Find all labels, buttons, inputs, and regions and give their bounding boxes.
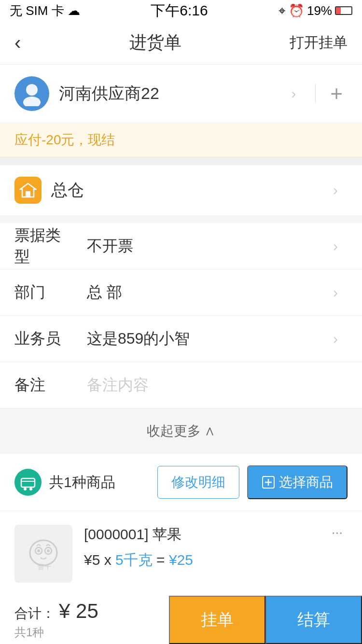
svg-point-6 xyxy=(24,488,27,490)
svg-point-14 xyxy=(37,549,40,552)
invoice-label: 票据类型 xyxy=(14,225,72,267)
invoice-value: 不开票 xyxy=(72,236,333,257)
svg-point-1 xyxy=(23,97,41,106)
department-row[interactable]: 部门 总 部 › xyxy=(0,269,362,316)
total-section: 合计： ¥ 25 共1种 xyxy=(0,600,169,640)
select-product-icon xyxy=(262,476,275,489)
collapse-row[interactable]: 收起更多 ∧ xyxy=(0,408,362,454)
salesman-row[interactable]: 业务员 这是859的小智 › xyxy=(0,316,362,362)
salesman-label: 业务员 xyxy=(14,328,72,350)
remark-input[interactable]: 备注内容 xyxy=(72,375,348,396)
product-info: [0000001] 苹果 ¥5 x 5千克 = ¥25 xyxy=(84,525,327,570)
status-right: ⌖ ⏰ 19% xyxy=(278,3,352,18)
svg-point-0 xyxy=(26,84,38,96)
product-name: [0000001] 苹果 xyxy=(84,525,327,545)
product-thumbnail: 督十 xyxy=(14,525,72,583)
svg-point-15 xyxy=(47,549,50,552)
cart-icon xyxy=(19,474,37,491)
remark-label: 备注 xyxy=(14,375,72,396)
payment-notice: 应付-20元，现结 xyxy=(0,123,362,157)
products-header: 共1种商品 修改明细 选择商品 xyxy=(0,454,362,511)
status-left: 无 SIM 卡 ☁ xyxy=(10,2,80,19)
svg-rect-4 xyxy=(21,478,35,487)
open-hang-button[interactable]: 打开挂单 xyxy=(290,33,348,53)
warehouse-name: 总仓 xyxy=(51,179,333,201)
total-text: 合计： xyxy=(14,604,55,623)
status-bar: 无 SIM 卡 ☁ 下午6:16 ⌖ ⏰ 19% xyxy=(0,0,362,21)
invoice-chevron-icon: › xyxy=(333,238,338,254)
product-more-button[interactable]: ··· xyxy=(327,525,348,540)
products-section: 共1种商品 修改明细 选择商品 督十 xyxy=(0,454,362,596)
select-product-label: 选择商品 xyxy=(279,473,333,491)
products-icon xyxy=(14,469,42,496)
supplier-avatar xyxy=(14,76,49,111)
add-supplier-button[interactable]: + xyxy=(325,82,348,106)
battery-text: 19% xyxy=(307,3,332,18)
page-title: 进货单 xyxy=(129,31,181,55)
hang-button[interactable]: 挂单 xyxy=(169,596,265,644)
alarm-icon: ⏰ xyxy=(289,3,304,18)
equals-sign: = xyxy=(156,552,169,568)
svg-rect-3 xyxy=(26,191,30,197)
salesman-chevron-icon: › xyxy=(333,331,338,347)
multiply-sign: x xyxy=(104,552,115,568)
person-icon xyxy=(19,81,44,106)
unit-price: ¥5 xyxy=(84,552,100,568)
battery-icon xyxy=(335,6,352,15)
house-icon xyxy=(19,182,37,199)
invoice-row[interactable]: 票据类型 不开票 › xyxy=(0,223,362,269)
total-sub: 共1种 xyxy=(14,625,154,640)
supplier-chevron-icon: › xyxy=(291,85,296,102)
product-placeholder-icon: 督十 xyxy=(24,534,63,573)
modify-detail-button[interactable]: 修改明细 xyxy=(157,466,239,499)
svg-text:督十: 督十 xyxy=(38,563,51,571)
sim-text: 无 SIM 卡 ☁ xyxy=(10,2,80,19)
supplier-row[interactable]: 河南供应商22 › + xyxy=(0,65,362,123)
supplier-name: 河南供应商22 xyxy=(59,83,291,105)
total-label: 合计： ¥ 25 xyxy=(14,600,154,623)
checkout-button[interactable]: 结算 xyxy=(265,596,362,644)
department-label: 部门 xyxy=(14,282,72,303)
total-amount: ¥ 25 xyxy=(59,600,98,623)
product-item: 督十 [0000001] 苹果 ¥5 x 5千克 = ¥25 ··· xyxy=(0,511,362,596)
warehouse-icon xyxy=(14,177,42,204)
supplier-divider xyxy=(315,84,316,103)
svg-point-7 xyxy=(29,488,32,490)
location-icon: ⌖ xyxy=(278,3,286,18)
department-chevron-icon: › xyxy=(333,284,338,301)
remark-row[interactable]: 备注 备注内容 xyxy=(0,362,362,408)
collapse-text: 收起更多 ∧ xyxy=(147,422,216,440)
svg-point-11 xyxy=(30,540,57,565)
status-time: 下午6:16 xyxy=(151,1,208,21)
warehouse-chevron-icon: › xyxy=(333,182,338,198)
product-price: ¥5 x 5千克 = ¥25 xyxy=(84,550,327,570)
department-value: 总 部 xyxy=(72,282,333,303)
quantity: 5千克 xyxy=(115,552,153,568)
nav-bar: ‹ 进货单 打开挂单 xyxy=(0,21,362,65)
bottom-bar: 合计： ¥ 25 共1种 挂单 结算 xyxy=(0,596,362,644)
product-total: ¥25 xyxy=(169,552,193,568)
form-section: 票据类型 不开票 › 部门 总 部 › 业务员 这是859的小智 › 备注 备注… xyxy=(0,223,362,408)
products-count: 共1种商品 xyxy=(49,473,150,492)
back-button[interactable]: ‹ xyxy=(14,32,21,54)
supplier-section: 河南供应商22 › + 应付-20元，现结 xyxy=(0,65,362,157)
salesman-value: 这是859的小智 xyxy=(72,328,333,350)
warehouse-row[interactable]: 总仓 › xyxy=(0,157,362,215)
select-product-button[interactable]: 选择商品 xyxy=(247,465,348,499)
